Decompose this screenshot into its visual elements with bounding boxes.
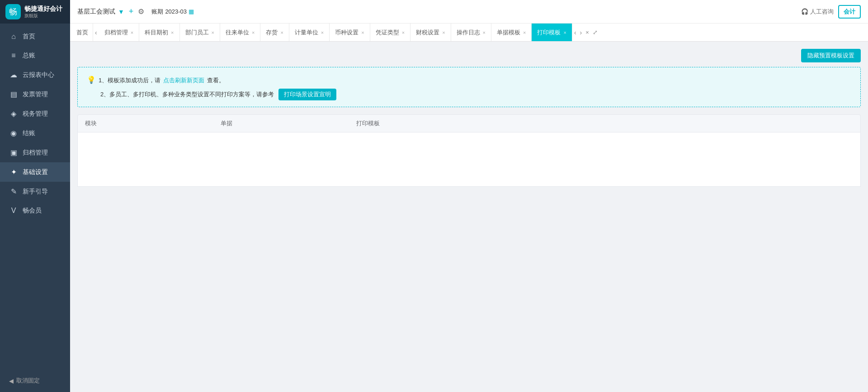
unpin-icon: ◀ bbox=[9, 378, 14, 384]
period-label: 账期 bbox=[151, 8, 163, 16]
tab-voucher[interactable]: 凭证类型 × bbox=[370, 24, 410, 42]
tab-stock-close[interactable]: × bbox=[280, 30, 283, 35]
calendar-icon[interactable]: ▦ bbox=[189, 8, 194, 15]
tab-partner-close[interactable]: × bbox=[252, 30, 255, 35]
tab-prev-icon[interactable]: ‹ bbox=[93, 29, 99, 36]
sidebar-item-settle[interactable]: ◉ 结账 bbox=[0, 123, 70, 143]
sidebar-item-basic[interactable]: ✦ 基础设置 bbox=[0, 162, 70, 182]
tab-tax-set[interactable]: 财税设置 × bbox=[410, 24, 451, 42]
tab-currency-label: 币种设置 bbox=[335, 28, 359, 37]
unpin-label: 取消固定 bbox=[16, 377, 40, 385]
explain-button[interactable]: 打印场景设置宣明 bbox=[278, 89, 336, 100]
topbar: 基层工会测试 ▼ + ⚙ 账期 2023-03 ▦ 🎧 人工咨询 会计 bbox=[70, 0, 868, 24]
tab-print[interactable]: 打印模板 × bbox=[532, 24, 572, 42]
tab-next-btn[interactable]: › bbox=[578, 29, 584, 36]
col-module: 模块 bbox=[85, 119, 221, 128]
info-prefix: 1、模板添加成功后，请 bbox=[99, 75, 160, 85]
tab-currency-close[interactable]: × bbox=[361, 30, 364, 35]
logo-subtitle: 旗舰版 bbox=[24, 13, 62, 19]
sidebar-item-archive[interactable]: ▣ 归档管理 bbox=[0, 143, 70, 162]
cloud-icon: ☁ bbox=[9, 71, 18, 79]
tab-oplog[interactable]: 操作日志 × bbox=[451, 24, 491, 42]
hide-preview-button[interactable]: 隐藏预置模板设置 bbox=[801, 49, 861, 62]
kuaiji-label: 会计 bbox=[844, 8, 855, 15]
company-dropdown-icon[interactable]: ▼ bbox=[118, 8, 124, 15]
tab-oplog-close[interactable]: × bbox=[483, 30, 486, 35]
sidebar-item-guide[interactable]: ✎ 新手引导 bbox=[0, 182, 70, 201]
bulb-icon: 💡 bbox=[87, 74, 96, 87]
tabbar: 首页 ‹ 归档管理 × 科目期初 × 部门员工 × 往来单位 × 存货 × 计量… bbox=[70, 24, 868, 42]
sidebar-item-tax[interactable]: ◈ 税务管理 bbox=[0, 104, 70, 123]
tab-home[interactable]: 首页 bbox=[72, 24, 93, 42]
settle-icon: ◉ bbox=[9, 129, 18, 137]
refresh-link[interactable]: 点击刷新新页面 bbox=[163, 75, 204, 85]
info-box: 💡 1、模板添加成功后，请 点击刷新新页面 查看。 2、多员工、多打印机、多种业… bbox=[77, 67, 861, 107]
sidebar-item-label: 税务管理 bbox=[23, 110, 48, 118]
tab-close-all-btn[interactable]: × bbox=[584, 29, 591, 36]
tab-bill-close[interactable]: × bbox=[523, 30, 526, 35]
tab-stock[interactable]: 存货 × bbox=[260, 24, 289, 42]
col-bill: 单据 bbox=[221, 119, 356, 128]
tab-subject[interactable]: 科目期初 × bbox=[139, 24, 179, 42]
archive-icon: ▣ bbox=[9, 148, 18, 157]
settings-icon[interactable]: ⚙ bbox=[138, 7, 144, 16]
home-icon: ⌂ bbox=[9, 33, 18, 41]
sidebar-item-label: 总账 bbox=[23, 52, 35, 60]
tab-unit-close[interactable]: × bbox=[321, 30, 324, 35]
tab-unit-label: 计量单位 bbox=[295, 28, 318, 37]
sidebar-item-label: 结账 bbox=[23, 129, 35, 137]
add-company-button[interactable]: + bbox=[129, 7, 134, 16]
tab-unit[interactable]: 计量单位 × bbox=[289, 24, 330, 42]
period-value: 2023-03 bbox=[165, 8, 187, 15]
info-suffix: 查看。 bbox=[207, 75, 225, 85]
support-button[interactable]: 🎧 人工咨询 bbox=[801, 8, 834, 16]
tab-dept-close[interactable]: × bbox=[212, 30, 214, 35]
tab-archive[interactable]: 归档管理 × bbox=[99, 24, 139, 42]
sidebar-item-ledger[interactable]: ≡ 总账 bbox=[0, 46, 70, 65]
table-body bbox=[77, 132, 861, 187]
tab-prev-btn[interactable]: ‹ bbox=[572, 29, 578, 36]
info-line-2: 2、多员工、多打印机、多种业务类型设置不同打印方案等，请参考 打印场景设置宣明 bbox=[87, 89, 851, 100]
sidebar-unpin[interactable]: ◀ 取消固定 bbox=[0, 369, 70, 392]
tab-partner-label: 往来单位 bbox=[226, 28, 249, 37]
guide-icon: ✎ bbox=[9, 187, 18, 196]
info-line2-text: 2、多员工、多打印机、多种业务类型设置不同打印方案等，请参考 bbox=[100, 89, 274, 99]
logo-icon: 畅 bbox=[5, 4, 21, 19]
tab-currency[interactable]: 币种设置 × bbox=[330, 24, 370, 42]
tab-home-label: 首页 bbox=[76, 28, 88, 37]
tab-voucher-close[interactable]: × bbox=[402, 30, 405, 35]
content-area: 隐藏预置模板设置 💡 1、模板添加成功后，请 点击刷新新页面 查看。 2、多员工… bbox=[70, 42, 868, 392]
sidebar-item-label: 基础设置 bbox=[23, 168, 48, 176]
table-header: 模块 单据 打印模板 bbox=[77, 114, 861, 132]
tab-subject-close[interactable]: × bbox=[171, 30, 174, 35]
sidebar: 畅 畅捷通好会计 旗舰版 ⌂ 首页 ≡ 总账 ☁ 云报表中心 ▤ 发票管理 ◈ … bbox=[0, 0, 70, 392]
sidebar-item-vip[interactable]: V 畅会员 bbox=[0, 201, 70, 220]
tab-archive-close[interactable]: × bbox=[131, 30, 133, 35]
tab-expand-btn[interactable]: ⤢ bbox=[591, 29, 599, 36]
tab-print-close[interactable]: × bbox=[563, 30, 566, 35]
tab-tax-set-close[interactable]: × bbox=[442, 30, 445, 35]
tab-bill-label: 单据模板 bbox=[497, 28, 520, 37]
tab-subject-label: 科目期初 bbox=[145, 28, 168, 37]
sidebar-item-label: 发票管理 bbox=[23, 90, 48, 99]
sidebar-item-label: 归档管理 bbox=[23, 149, 48, 157]
sidebar-item-label: 新手引导 bbox=[23, 188, 48, 196]
tab-dept[interactable]: 部门员工 × bbox=[180, 24, 220, 42]
sidebar-item-reports[interactable]: ☁ 云报表中心 bbox=[0, 65, 70, 85]
period-info: 账期 2023-03 ▦ bbox=[151, 8, 194, 16]
tab-archive-label: 归档管理 bbox=[104, 28, 128, 37]
kuaiji-button[interactable]: 会计 bbox=[838, 5, 861, 19]
info-line-1: 💡 1、模板添加成功后，请 点击刷新新页面 查看。 bbox=[87, 74, 851, 87]
company-label: 基层工会测试 bbox=[77, 8, 115, 16]
sidebar-item-invoice[interactable]: ▤ 发票管理 bbox=[0, 85, 70, 104]
tab-partner[interactable]: 往来单位 × bbox=[220, 24, 260, 42]
tab-oplog-label: 操作日志 bbox=[457, 28, 480, 37]
company-name: 基层工会测试 ▼ bbox=[77, 8, 124, 16]
main-area: 基层工会测试 ▼ + ⚙ 账期 2023-03 ▦ 🎧 人工咨询 会计 首页 ‹… bbox=[70, 0, 868, 392]
sidebar-item-label: 首页 bbox=[23, 33, 35, 41]
tab-print-label: 打印模板 bbox=[537, 28, 561, 37]
tab-tax-set-label: 财税设置 bbox=[416, 28, 439, 37]
topbar-right: 🎧 人工咨询 会计 bbox=[801, 5, 861, 19]
tab-bill[interactable]: 单据模板 × bbox=[491, 24, 532, 42]
sidebar-item-home[interactable]: ⌂ 首页 bbox=[0, 27, 70, 46]
